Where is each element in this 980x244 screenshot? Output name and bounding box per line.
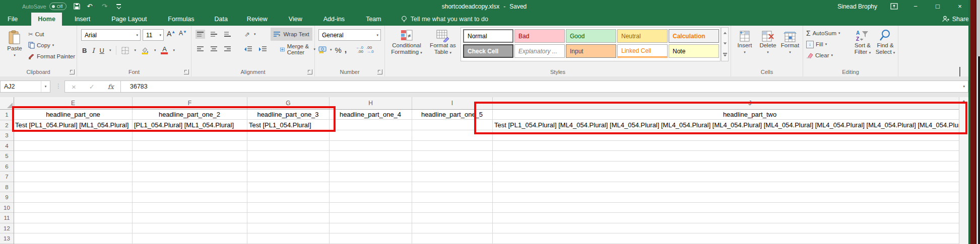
cell-E1[interactable]: headline_part_one (14, 110, 132, 120)
underline-button[interactable]: U (100, 47, 104, 54)
font-dialog-launcher[interactable] (184, 69, 189, 74)
fill-color-button[interactable] (141, 47, 149, 54)
conditional-formatting-button[interactable]: ≠ Conditional Formatting ▾ (387, 27, 426, 56)
row-header-7[interactable]: 7 (0, 172, 14, 182)
gallery-scroll-down-button[interactable] (723, 43, 726, 45)
tab-view[interactable]: View (282, 13, 309, 26)
row-header-6[interactable]: 6 (0, 161, 14, 172)
find-select-button[interactable]: Find & Select ▾ (874, 27, 897, 56)
style-explanatory[interactable]: Explanatory ... (514, 44, 565, 58)
row-header-13[interactable]: 13 (0, 233, 14, 244)
row-header-4[interactable]: 4 (0, 141, 14, 151)
tab-review[interactable]: Review (240, 13, 274, 26)
column-header-E[interactable]: E (14, 97, 132, 109)
insert-cells-button[interactable]: Insert ▾ (734, 28, 755, 55)
format-as-table-button[interactable]: Format as Table ▾ (427, 27, 459, 56)
increase-decimal-button[interactable]: ←.0 .00 (356, 46, 363, 54)
select-all-button[interactable] (0, 97, 14, 110)
maximize-button[interactable]: □ (933, 3, 942, 10)
style-bad[interactable]: Bad (514, 29, 565, 43)
tab-page-layout[interactable]: Page Layout (105, 13, 153, 26)
align-right-button[interactable] (223, 45, 232, 54)
column-header-F[interactable]: F (132, 97, 247, 109)
sort-filter-button[interactable]: AZ Sort & Filter ▾ (852, 27, 874, 56)
format-painter-button[interactable]: Format Painter (28, 51, 75, 62)
font-size-select[interactable]: 11 ▾ (143, 29, 164, 41)
top-align-button[interactable] (195, 30, 205, 39)
merge-and-center-button[interactable]: Merge & Center ▾ (280, 44, 315, 55)
align-center-button[interactable] (209, 45, 219, 54)
bold-button[interactable]: B (82, 47, 87, 54)
tab-team[interactable]: Team (359, 13, 388, 26)
alignment-dialog-launcher[interactable] (307, 69, 312, 74)
percent-style-button[interactable]: % (335, 46, 342, 54)
row-header-3[interactable]: 3 (0, 130, 14, 141)
cell-J2[interactable]: Test [PL1_054.Plural] [ML4_054.Plural] [… (494, 120, 959, 131)
gallery-scroll-up-button[interactable] (723, 32, 726, 34)
row-header-10[interactable]: 10 (0, 203, 14, 213)
cell-E2[interactable]: Test [PL1_054.Plural] [ML1_054.Plural] (15, 120, 132, 131)
formula-input[interactable]: 36783 ▾ (120, 80, 968, 93)
cell-F1[interactable]: headline_part_one_2 (132, 110, 247, 120)
row-header-11[interactable]: 11 (0, 213, 14, 223)
insert-function-button[interactable]: fx (108, 83, 114, 91)
style-note[interactable]: Note (669, 44, 719, 58)
row-header-9[interactable]: 9 (0, 192, 14, 203)
column-header-H[interactable]: H (329, 97, 412, 109)
cell-I1[interactable]: headline_part_one_5 (412, 110, 492, 120)
row-header-8[interactable]: 8 (0, 182, 14, 193)
row-header-5[interactable]: 5 (0, 151, 14, 161)
row-header-2[interactable]: 2 (0, 120, 14, 131)
delete-cells-button[interactable]: Delete ▾ (757, 28, 778, 55)
tab-formulas[interactable]: Formulas (161, 13, 201, 26)
style-neutral[interactable]: Neutral (617, 29, 668, 43)
vertical-scrollbar[interactable] (959, 97, 968, 244)
bottom-align-button[interactable] (223, 30, 232, 39)
row-header-1[interactable]: 1 (0, 110, 14, 120)
column-header-I[interactable]: I (412, 97, 492, 109)
sheet-grid[interactable]: headline_part_one headline_part_one_2 he… (14, 110, 959, 244)
number-format-select[interactable]: General ▾ (318, 29, 381, 41)
tell-me-box[interactable]: Tell me what you want to do (401, 13, 488, 26)
save-button[interactable] (74, 3, 80, 10)
style-linked-cell[interactable]: Linked Cell (617, 44, 668, 58)
grow-font-button[interactable]: A▲ (167, 30, 175, 38)
share-button[interactable]: Share (942, 13, 969, 26)
autosave-pill[interactable]: Off (49, 3, 67, 10)
wrap-text-button[interactable]: Wrap Text (271, 28, 312, 41)
tab-home[interactable]: Home (31, 13, 62, 26)
middle-align-button[interactable] (209, 30, 219, 39)
accounting-format-button[interactable] (318, 46, 327, 53)
minimize-button[interactable]: − (911, 3, 920, 10)
ribbon-display-options-icon[interactable] (890, 3, 898, 10)
tab-insert[interactable]: Insert (68, 13, 97, 26)
shrink-font-button[interactable]: A▼ (179, 30, 187, 37)
formula-bar-expand-icon[interactable]: ▾ (963, 85, 968, 89)
copy-button[interactable]: Copy ▾ (28, 40, 75, 51)
font-color-button[interactable]: A (161, 46, 168, 54)
cancel-entry-button[interactable]: × (72, 83, 76, 91)
cell-H1[interactable]: headline_part_one_4 (329, 110, 412, 120)
font-family-select[interactable]: Arial ▾ (81, 29, 141, 41)
column-header-G[interactable]: G (247, 97, 329, 109)
increase-indent-button[interactable] (257, 45, 268, 54)
gallery-more-button[interactable] (723, 53, 727, 57)
autosave-toggle[interactable]: AutoSave Off (22, 3, 67, 10)
style-normal[interactable]: Normal (463, 29, 513, 43)
italic-button[interactable]: I (92, 47, 94, 54)
format-cells-button[interactable]: Format ▾ (779, 28, 801, 55)
scroll-up-icon[interactable] (962, 100, 966, 103)
cell-F2[interactable]: [PL1_054.Plural] [ML1_054.Plural] (134, 120, 247, 131)
style-good[interactable]: Good (566, 29, 616, 43)
clear-button[interactable]: Clear ▾ (806, 50, 840, 61)
cell-J1[interactable]: headline_part_two (492, 110, 959, 120)
fill-button[interactable]: ↓ Fill ▾ (806, 39, 840, 50)
style-calculation[interactable]: Calculation (669, 29, 719, 43)
close-button[interactable]: × (955, 3, 964, 10)
orientation-button[interactable]: ⇗ (244, 31, 250, 38)
cell-G2[interactable]: Test [PL1_054.Plural] (249, 120, 329, 131)
paste-button[interactable]: Paste ▾ (3, 28, 26, 58)
autosum-button[interactable]: Σ AutoSum ▾ (806, 28, 840, 39)
undo-button[interactable]: ↶▾ (87, 3, 95, 10)
cell-G1[interactable]: headline_part_one_3 (247, 110, 329, 120)
